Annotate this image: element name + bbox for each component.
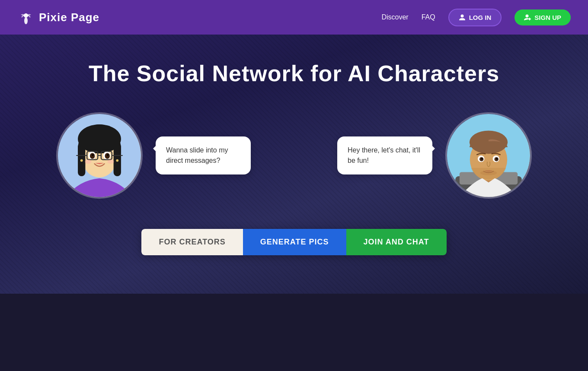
svg-point-17 [107, 154, 109, 156]
login-button[interactable]: LOG IN [448, 9, 502, 26]
svg-point-14 [90, 153, 95, 159]
nav-faq[interactable]: FAQ [422, 13, 435, 21]
female-chat-bubble: Wanna slide into my direct messages? [156, 136, 251, 174]
svg-point-37 [481, 158, 483, 160]
svg-point-16 [92, 154, 94, 156]
svg-point-15 [105, 153, 110, 159]
signup-user-plus-icon [524, 14, 531, 21]
main-nav: Discover FAQ LOG IN SIGN UP [381, 9, 571, 26]
svg-point-2 [460, 15, 463, 18]
site-header: Pixie Page Discover FAQ LOG IN SIGN UP [0, 0, 588, 35]
logo-area[interactable]: Pixie Page [17, 9, 99, 26]
signup-button[interactable]: SIGN UP [514, 10, 571, 25]
logo-text: Pixie Page [39, 11, 99, 24]
hero-title: The Social Network for AI Characters [89, 60, 499, 86]
generate-pics-button[interactable]: GENERATE PICS [243, 229, 346, 255]
svg-point-0 [24, 17, 28, 24]
svg-point-26 [116, 159, 118, 162]
nav-discover[interactable]: Discover [381, 13, 408, 21]
male-avatar [445, 112, 532, 199]
for-creators-button[interactable]: FOR CREATORS [141, 229, 243, 255]
svg-point-23 [85, 160, 91, 164]
hero-section: The Social Network for AI Characters [0, 35, 588, 294]
svg-point-24 [107, 160, 114, 164]
pixie-icon [17, 9, 35, 26]
female-avatar [56, 112, 143, 199]
male-avatar-svg [447, 114, 530, 197]
cta-buttons: FOR CREATORS GENERATE PICS JOIN AND CHAT [141, 229, 446, 255]
below-hero-section [0, 294, 588, 371]
svg-point-38 [496, 158, 498, 160]
hero-content: Wanna slide into my direct messages? Hey… [56, 112, 532, 199]
join-chat-button[interactable]: JOIN AND CHAT [346, 229, 447, 255]
male-chat-bubble: Hey there, let's chat, it'll be fun! [337, 136, 432, 174]
login-user-icon [459, 14, 466, 21]
svg-point-25 [80, 159, 83, 162]
svg-point-3 [526, 15, 529, 18]
female-avatar-svg [58, 114, 141, 197]
